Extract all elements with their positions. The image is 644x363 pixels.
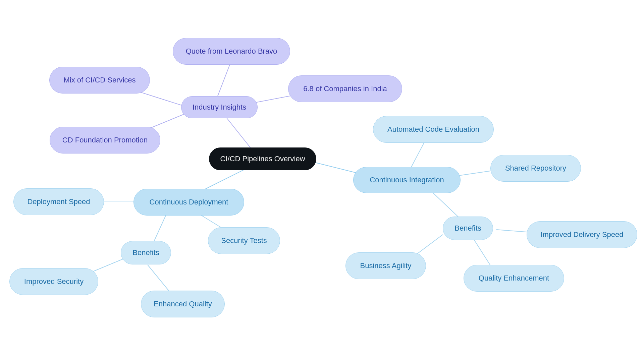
node-label: Benefits bbox=[132, 248, 159, 257]
node-continuous-integration: Continuous Integration bbox=[353, 167, 461, 193]
node-label: Improved Security bbox=[24, 277, 84, 286]
node-quote-bravo: Quote from Leonardo Bravo bbox=[173, 38, 290, 65]
node-companies-india: 6.8 of Companies in India bbox=[288, 75, 402, 102]
node-label: Benefits bbox=[454, 224, 481, 233]
node-label: Quote from Leonardo Bravo bbox=[186, 47, 277, 56]
node-label: Business Agility bbox=[360, 261, 412, 270]
node-quality-enhancement: Quality Enhancement bbox=[464, 265, 564, 292]
node-label: Continuous Deployment bbox=[150, 198, 228, 206]
node-ci-benefits: Benefits bbox=[443, 217, 493, 240]
node-label: Industry Insights bbox=[193, 103, 246, 112]
node-deployment-speed: Deployment Speed bbox=[13, 188, 104, 215]
node-automated-eval: Automated Code Evaluation bbox=[373, 116, 494, 143]
node-root: CI/CD Pipelines Overview bbox=[209, 147, 316, 170]
node-enhanced-quality: Enhanced Quality bbox=[141, 291, 225, 317]
node-label: CI/CD Pipelines Overview bbox=[220, 155, 305, 163]
node-label: Improved Delivery Speed bbox=[540, 230, 623, 239]
node-label: Continuous Integration bbox=[370, 176, 444, 184]
mindmap-diagram: CI/CD Pipelines Overview Industry Insigh… bbox=[0, 0, 644, 363]
edge bbox=[409, 139, 426, 171]
node-label: Security Tests bbox=[221, 236, 267, 245]
node-label: Enhanced Quality bbox=[154, 300, 212, 308]
node-business-agility: Business Agility bbox=[345, 252, 426, 279]
node-mix-services: Mix of CI/CD Services bbox=[49, 67, 150, 94]
node-security-tests: Security Tests bbox=[208, 227, 280, 254]
node-improved-security: Improved Security bbox=[9, 268, 98, 295]
node-label: CD Foundation Promotion bbox=[62, 136, 148, 144]
node-cd-foundation: CD Foundation Promotion bbox=[50, 127, 160, 154]
node-label: 6.8 of Companies in India bbox=[303, 84, 387, 93]
node-label: Deployment Speed bbox=[27, 197, 90, 206]
node-cd-benefits: Benefits bbox=[121, 241, 171, 264]
node-label: Automated Code Evaluation bbox=[387, 125, 479, 134]
node-improved-delivery: Improved Delivery Speed bbox=[527, 221, 637, 248]
node-industry-insights: Industry Insights bbox=[181, 96, 258, 118]
node-label: Quality Enhancement bbox=[479, 274, 549, 283]
node-label: Shared Repository bbox=[505, 164, 566, 173]
node-shared-repo: Shared Repository bbox=[490, 155, 581, 182]
node-label: Mix of CI/CD Services bbox=[63, 76, 136, 84]
node-continuous-deployment: Continuous Deployment bbox=[133, 189, 244, 216]
